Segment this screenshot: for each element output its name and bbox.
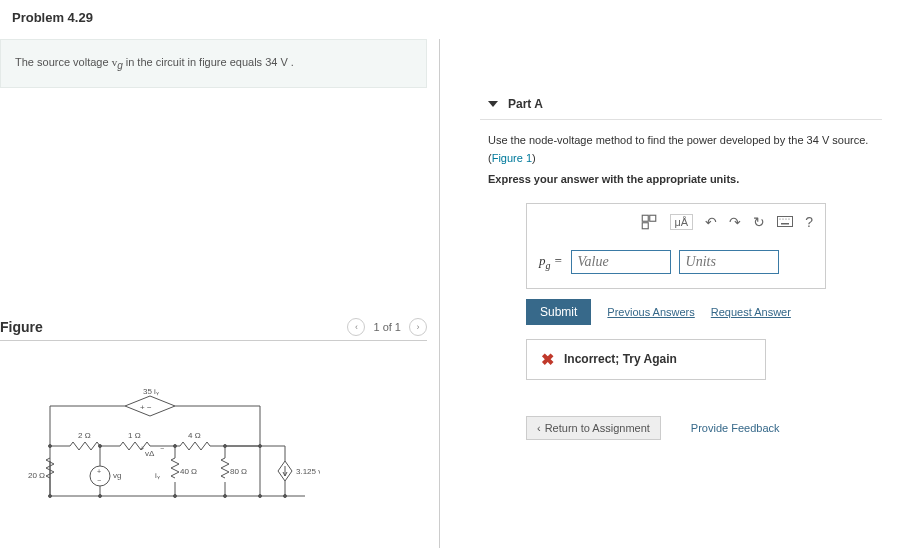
figure-pager: ‹ 1 of 1 › — [347, 318, 427, 336]
pager-next[interactable]: › — [409, 318, 427, 336]
instruction-text: Use the node-voltage method to find the … — [488, 134, 868, 164]
svg-text:vΔ: vΔ — [145, 449, 155, 458]
feedback-text: Incorrect; Try Again — [564, 352, 677, 366]
svg-point-7 — [224, 445, 227, 448]
part-a-label: Part A — [508, 97, 543, 111]
problem-title: Problem 4.29 — [0, 0, 902, 39]
svg-point-34 — [783, 219, 784, 220]
svg-text:vg: vg — [113, 471, 121, 480]
svg-text:20 Ω: 20 Ω — [28, 471, 45, 480]
svg-text:+: + — [140, 445, 144, 452]
svg-point-14 — [284, 495, 287, 498]
figure-label: Figure — [0, 319, 43, 335]
svg-point-33 — [780, 219, 781, 220]
redo-icon[interactable]: ↷ — [729, 214, 741, 230]
prompt-before: The source voltage — [15, 56, 112, 68]
pager-prev[interactable]: ‹ — [347, 318, 365, 336]
value-input[interactable] — [571, 250, 671, 274]
instruction-after: ) — [532, 152, 536, 164]
answer-toolbar: μÅ ↶ ↷ ↻ ? pg = — [526, 203, 826, 289]
instruction-bold: Express your answer with the appropriate… — [488, 171, 882, 189]
request-answer-link[interactable]: Request Answer — [711, 306, 791, 318]
help-icon[interactable]: ? — [805, 214, 813, 230]
svg-point-10 — [99, 495, 102, 498]
templates-icon[interactable] — [640, 213, 658, 231]
circuit-figure: + − + − — [0, 386, 427, 536]
svg-rect-37 — [781, 223, 789, 225]
svg-point-36 — [789, 219, 790, 220]
svg-text:2 Ω: 2 Ω — [78, 431, 91, 440]
svg-point-6 — [174, 445, 177, 448]
svg-text:iᵧ: iᵧ — [155, 471, 160, 480]
return-label: Return to Assignment — [545, 422, 650, 434]
prompt-after: in the circuit in figure equals 34 V . — [123, 56, 294, 68]
x-icon: ✖ — [541, 350, 554, 369]
svg-text:40 Ω: 40 Ω — [180, 467, 197, 476]
svg-text:−: − — [97, 477, 101, 484]
previous-answers-link[interactable]: Previous Answers — [607, 306, 694, 318]
svg-point-5 — [99, 445, 102, 448]
part-a-header[interactable]: Part A — [480, 89, 882, 120]
svg-text:−: − — [160, 445, 164, 452]
svg-point-35 — [786, 219, 787, 220]
svg-text:+: + — [97, 468, 101, 475]
caret-down-icon — [488, 101, 498, 107]
svg-text:3.125 vΔ: 3.125 vΔ — [296, 467, 320, 476]
keyboard-icon[interactable] — [777, 216, 793, 227]
pager-count: 1 of 1 — [373, 321, 401, 333]
problem-statement: The source voltage vg in the circuit in … — [0, 39, 427, 88]
chevron-left-icon: ‹ — [537, 422, 541, 434]
figure-link[interactable]: Figure 1 — [492, 152, 532, 164]
feedback-box: ✖ Incorrect; Try Again — [526, 339, 766, 380]
provide-feedback-link[interactable]: Provide Feedback — [691, 422, 780, 434]
reset-icon[interactable]: ↻ — [753, 214, 765, 230]
svg-point-13 — [259, 495, 262, 498]
svg-point-9 — [49, 495, 52, 498]
svg-text:1 Ω: 1 Ω — [128, 431, 141, 440]
svg-text:4 Ω: 4 Ω — [188, 431, 201, 440]
return-button[interactable]: ‹ Return to Assignment — [526, 416, 661, 440]
answer-variable: pg = — [539, 253, 563, 271]
svg-text:+  −: + − — [140, 403, 152, 412]
svg-rect-29 — [649, 215, 655, 221]
svg-point-8 — [259, 445, 262, 448]
svg-text:80 Ω: 80 Ω — [230, 467, 247, 476]
submit-button[interactable]: Submit — [526, 299, 591, 325]
svg-text:35 iᵧ: 35 iᵧ — [143, 387, 159, 396]
svg-rect-30 — [642, 223, 648, 229]
unit-mu-a[interactable]: μÅ — [670, 214, 694, 230]
units-input[interactable] — [679, 250, 779, 274]
svg-rect-28 — [642, 215, 648, 221]
undo-icon[interactable]: ↶ — [705, 214, 717, 230]
svg-point-11 — [174, 495, 177, 498]
svg-point-4 — [49, 445, 52, 448]
svg-point-12 — [224, 495, 227, 498]
svg-rect-31 — [778, 217, 793, 227]
